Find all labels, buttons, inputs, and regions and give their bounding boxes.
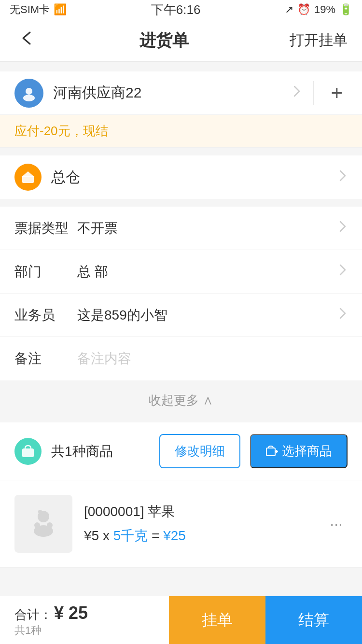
product-info: [0000001] 苹果 ¥5 x 5千克 = ¥25 [84, 503, 325, 545]
svg-rect-4 [22, 448, 34, 457]
add-button[interactable]: + [326, 77, 348, 110]
supplier-section: 河南供应商22 + [0, 71, 362, 115]
total-count: 共1种 [14, 623, 154, 638]
total-section: 合计： ¥ 25 共1种 [0, 603, 169, 638]
svg-rect-5 [266, 448, 275, 456]
remark-input[interactable]: 备注内容 [72, 350, 348, 368]
section-divider-1 [0, 62, 362, 71]
form-section: 票据类型 不开票 部门 总 部 业务员 这是859的小智 备注 备注内容 [0, 207, 362, 380]
more-options-button[interactable]: ··· [325, 510, 348, 538]
select-goods-button[interactable]: 选择商品 [250, 434, 348, 468]
hang-button[interactable]: 挂单 [169, 596, 265, 644]
product-item: [0000001] 苹果 ¥5 x 5千克 = ¥25 ··· [0, 480, 362, 568]
goods-section: 共1种商品 修改明细 选择商品 [0000001] [0, 422, 362, 568]
product-total: ¥25 [163, 528, 186, 543]
product-unit-price: ¥5 [84, 528, 99, 543]
status-right: ↗ ⏰ 19% 🔋 [285, 3, 352, 16]
wifi-icon: 📶 [54, 3, 67, 16]
dept-row[interactable]: 部门 总 部 [0, 250, 362, 294]
remark-label: 备注 [14, 350, 72, 368]
warehouse-name: 总仓 [51, 168, 338, 187]
dept-value: 总 部 [72, 263, 338, 281]
staff-chevron-icon [338, 306, 348, 324]
select-goods-label: 选择商品 [282, 443, 332, 460]
dept-label: 部门 [14, 263, 72, 281]
svg-marker-3 [21, 171, 35, 177]
collapse-label: 收起更多 ∧ [149, 393, 213, 407]
goods-header: 共1种商品 修改明细 选择商品 [0, 422, 362, 480]
svg-point-0 [26, 88, 32, 95]
alarm-icon: ⏰ [297, 3, 310, 16]
back-button[interactable] [14, 24, 39, 57]
goods-count: 共1种商品 [51, 442, 150, 461]
supplier-avatar [14, 79, 43, 108]
price-separator: x [103, 528, 113, 543]
battery-text: 19% [314, 3, 335, 16]
staff-label: 业务员 [14, 306, 72, 324]
total-label: 合计： [14, 606, 52, 623]
edit-detail-button[interactable]: 修改明细 [159, 434, 240, 468]
carrier-text: 无SIM卡 [10, 2, 50, 17]
section-divider-2 [0, 148, 362, 155]
product-name: [0000001] 苹果 [84, 503, 325, 521]
dept-chevron-icon [338, 263, 348, 280]
warehouse-chevron-icon [338, 168, 348, 186]
divider [313, 81, 314, 105]
equals-sign: = [152, 528, 163, 543]
ticket-type-value: 不开票 [72, 219, 338, 238]
ticket-type-row[interactable]: 票据类型 不开票 [0, 207, 362, 250]
status-bar: 无SIM卡 📶 下午6:16 ↗ ⏰ 19% 🔋 [0, 0, 362, 19]
goods-icon [14, 438, 42, 465]
svg-rect-2 [22, 176, 34, 183]
status-carrier: 无SIM卡 📶 [10, 2, 67, 17]
supplier-chevron-icon [292, 84, 302, 102]
battery-icon: 🔋 [339, 3, 352, 16]
svg-point-11 [34, 522, 40, 528]
svg-point-12 [47, 522, 53, 528]
supplier-name[interactable]: 河南供应商22 [53, 83, 292, 103]
svg-point-9 [38, 510, 42, 514]
checkout-button[interactable]: 结算 [265, 596, 362, 644]
open-hang-button[interactable]: 打开挂单 [290, 30, 348, 50]
svg-point-1 [23, 95, 35, 101]
staff-value: 这是859的小智 [72, 306, 338, 324]
total-amount: ¥ 25 [54, 603, 88, 623]
ticket-type-label: 票据类型 [14, 219, 72, 238]
warehouse-icon [14, 164, 42, 191]
nav-bar: 进货单 打开挂单 [0, 19, 362, 62]
warehouse-row[interactable]: 总仓 [0, 155, 362, 199]
staff-row[interactable]: 业务员 这是859的小智 [0, 294, 362, 337]
product-id: [0000001] [84, 504, 148, 519]
remark-row[interactable]: 备注 备注内容 [0, 337, 362, 380]
product-qty: 5千克 [113, 528, 148, 543]
ticket-chevron-icon [338, 219, 348, 237]
status-time: 下午6:16 [151, 1, 201, 18]
collapse-bar[interactable]: 收起更多 ∧ [0, 380, 362, 420]
location-icon: ↗ [285, 3, 293, 16]
product-thumbnail [14, 495, 72, 553]
notice-bar: 应付-20元，现结 [0, 115, 362, 148]
page-title: 进货单 [139, 29, 189, 52]
product-price-line: ¥5 x 5千克 = ¥25 [84, 527, 325, 545]
bottom-bar: 合计： ¥ 25 共1种 挂单 结算 [0, 596, 362, 644]
